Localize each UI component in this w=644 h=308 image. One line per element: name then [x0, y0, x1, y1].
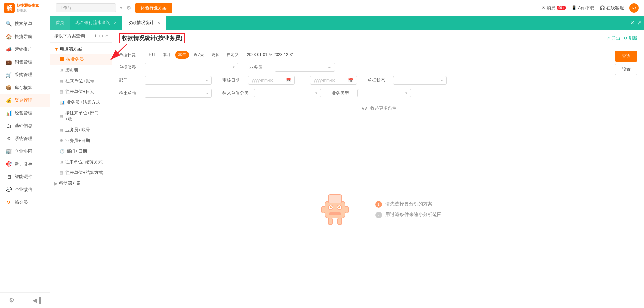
- tree-item-label: 业务员+账号: [65, 127, 90, 133]
- settings-footer-btn[interactable]: ⚙: [6, 295, 17, 305]
- tree-item-by-detail[interactable]: ⊞ 按明细: [50, 65, 112, 75]
- date-tab-more[interactable]: 更多: [209, 51, 222, 59]
- settings-icon[interactable]: ⚙: [126, 5, 131, 11]
- salesman-more-icon[interactable]: ···: [328, 65, 331, 70]
- dropdown-arrow-icon[interactable]: ▾: [120, 5, 122, 10]
- sidebar-item-smarthw[interactable]: 🖥 智能硬件: [0, 170, 50, 183]
- review-date-from[interactable]: yyyy-mm-dd 📅: [248, 76, 295, 85]
- date-tab-thisyear[interactable]: 本年: [175, 51, 189, 59]
- online-service-btn[interactable]: 🎧 在线客服: [600, 5, 624, 11]
- query-btn[interactable]: 查询: [615, 51, 637, 62]
- partner-label: 往来单位: [119, 90, 139, 96]
- tree-item-by-salesman[interactable]: 按业务员: [50, 54, 112, 65]
- tree-item-salesman-settlement[interactable]: 📊 业务员+结算方式: [50, 97, 112, 108]
- svg-rect-11: [338, 218, 342, 225]
- sidebar-item-quicknav[interactable]: 🏠 快捷导航: [0, 30, 50, 43]
- tree-item-dept-date[interactable]: 🕐 部门+日期: [50, 146, 112, 157]
- dept-select[interactable]: ▾: [145, 76, 212, 85]
- app-download-btn[interactable]: 📱 App下载: [571, 5, 594, 11]
- partner-select[interactable]: ···: [145, 89, 212, 98]
- left-panel: 按以下方案查询 + ⚙ « ▼ 电脑端方案: [50, 30, 112, 308]
- sidebar-item-newbie[interactable]: 🎯 新手引导: [0, 158, 50, 170]
- tree-item-label: 往来单位+日期: [65, 89, 94, 95]
- filter-settings-btn[interactable]: 设置: [615, 64, 637, 75]
- tree-item-salesman-account[interactable]: ▦ 业务员+账号: [50, 124, 112, 135]
- sidebar-item-label: 采购管理: [15, 72, 32, 78]
- trial-btn[interactable]: 体验行业方案: [135, 3, 172, 13]
- filter-btn-group: 查询 设置: [615, 51, 637, 75]
- calendar-from-icon[interactable]: 📅: [286, 78, 291, 83]
- collapse-sidebar-btn[interactable]: ◀▐: [30, 295, 44, 305]
- tree-group-desktop-label: 电脑端方案: [60, 46, 82, 52]
- sidebar-item-system[interactable]: ⚙ 系统管理: [0, 132, 50, 145]
- add-scheme-btn[interactable]: +: [94, 33, 97, 39]
- sidebar-item-label: 企业协同: [15, 148, 32, 154]
- sidebar-item-enterprise[interactable]: 🏢 企业协同: [0, 145, 50, 158]
- sidebar-item-basicinfo[interactable]: 🗂 基础信息: [0, 119, 50, 132]
- step-1-text: 请先选择要分析的方案: [385, 201, 432, 207]
- tree-item-unit-dept-collection[interactable]: ▦ 按往来单位+部门+收...: [50, 108, 112, 124]
- sidebar-item-finance[interactable]: 💰 资金管理: [0, 94, 50, 107]
- tree-item-label: 往来单位+结算方式: [65, 170, 103, 176]
- tab-bank-flow-close[interactable]: ✕: [114, 21, 117, 25]
- partner-more-icon[interactable]: ···: [204, 91, 208, 96]
- tree-item-unit-settlement2[interactable]: ▦ 往来单位+结算方式: [50, 167, 112, 178]
- active-dot: [60, 57, 64, 61]
- sidebar-item-sales[interactable]: 💼 销售管理: [0, 56, 50, 68]
- topbar: 工作台 ▾ ⚙ 体验行业方案 ✉ 消息 99+ 📱 App下载 🎧 在线客服 R…: [50, 0, 644, 16]
- date-tab-lastmonth[interactable]: 上月: [145, 51, 158, 59]
- sidebar-nav: 🔍 搜索菜单 🏠 快捷导航 📣 营销推广 💼 销售管理 🛒 采购管理 📦 库存核…: [0, 16, 50, 292]
- export-btn[interactable]: ↗ 导出: [606, 35, 620, 41]
- step-2-text: 用过滤条件来缩小分析范围: [385, 212, 442, 218]
- expand-tabs-btn[interactable]: ⤢: [637, 20, 641, 26]
- salesman-select[interactable]: ···: [275, 63, 335, 72]
- sidebar-item-marketing[interactable]: 📣 营销推广: [0, 43, 50, 56]
- date-tab-7days[interactable]: 近7天: [191, 51, 207, 59]
- salesman-label: 业务员: [249, 64, 269, 70]
- review-date-to[interactable]: yyyy-mm-dd 📅: [310, 76, 357, 85]
- collapse-panel-btn[interactable]: «: [105, 33, 108, 39]
- sidebar-item-inventory[interactable]: 📦 库存核算: [0, 81, 50, 94]
- tabs-right-actions: ✕ ⤢: [627, 16, 644, 30]
- refresh-btn[interactable]: ↻ 刷新: [624, 35, 637, 41]
- calendar-to-icon[interactable]: 📅: [348, 78, 353, 83]
- tree-group-desktop: ▼ 电脑端方案 按业务员 ⊞ 按明细 ▦: [50, 44, 112, 178]
- date-tab-custom[interactable]: 自定义: [224, 51, 241, 59]
- sidebar-item-vip[interactable]: V 畅会员: [0, 196, 50, 209]
- user-avatar[interactable]: Rit: [629, 3, 639, 13]
- tree-item-unit-settlement1[interactable]: ⊞ 往来单位+结算方式: [50, 157, 112, 167]
- sidebar-item-label: 新手引导: [15, 161, 32, 167]
- tree-item-salesman-date[interactable]: ⚙ 业务员+日期: [50, 135, 112, 146]
- scheme-settings-btn[interactable]: ⚙: [99, 33, 103, 39]
- tab-bank-flow[interactable]: 现金银行流水查询 ✕: [70, 16, 122, 30]
- sidebar-item-search[interactable]: 🔍 搜索菜单: [0, 17, 50, 30]
- tree-item-unit-account[interactable]: ▦ 往来单位+账号: [50, 75, 112, 86]
- tree-group-desktop-header[interactable]: ▼ 电脑端方案: [50, 44, 112, 54]
- doc-type-arrow-icon: ▾: [233, 65, 235, 69]
- tab-collection-stats[interactable]: 收款情况统计 ✕: [122, 16, 166, 30]
- biz-type-select[interactable]: ▾: [357, 89, 411, 97]
- doc-type-select[interactable]: ▾: [145, 63, 238, 71]
- messages-btn[interactable]: ✉ 消息 99+: [542, 5, 566, 11]
- sidebar-item-wechat[interactable]: 💬 企业微信: [0, 183, 50, 196]
- close-all-tabs-btn[interactable]: ✕: [630, 20, 634, 26]
- review-to-placeholder: yyyy-mm-dd: [314, 78, 335, 83]
- filter-row-partner: 往来单位 ··· 往来单位分类 ▾ 业务类型: [119, 89, 611, 98]
- sidebar-item-purchase[interactable]: 🛒 采购管理: [0, 68, 50, 81]
- tree-arrow-mobile-icon: ▶: [54, 181, 58, 186]
- phone-icon: 📱: [571, 5, 577, 10]
- partner-category-select[interactable]: ▾: [254, 89, 321, 97]
- salesman-date-icon: ⚙: [60, 138, 63, 143]
- partner-category-label: 往来单位分类: [222, 90, 249, 96]
- tree-item-unit-date[interactable]: ▦ 往来单位+日期: [50, 86, 112, 97]
- date-tab-thismonth[interactable]: 本月: [160, 51, 173, 59]
- tab-collection-stats-close[interactable]: ✕: [157, 21, 160, 25]
- inventory-icon: 📦: [5, 84, 12, 91]
- doc-status-select[interactable]: ▾: [393, 76, 447, 85]
- collapse-icon: ∧∧: [361, 106, 368, 111]
- collapse-bar[interactable]: ∧∧ 收起更多条件: [112, 102, 644, 115]
- left-panel-header: 按以下方案查询 + ⚙ «: [50, 30, 112, 43]
- tree-group-mobile-header[interactable]: ▶ 移动端方案: [50, 178, 112, 188]
- sidebar-item-operations[interactable]: 📊 经营管理: [0, 107, 50, 119]
- tab-home[interactable]: 首页: [50, 16, 70, 30]
